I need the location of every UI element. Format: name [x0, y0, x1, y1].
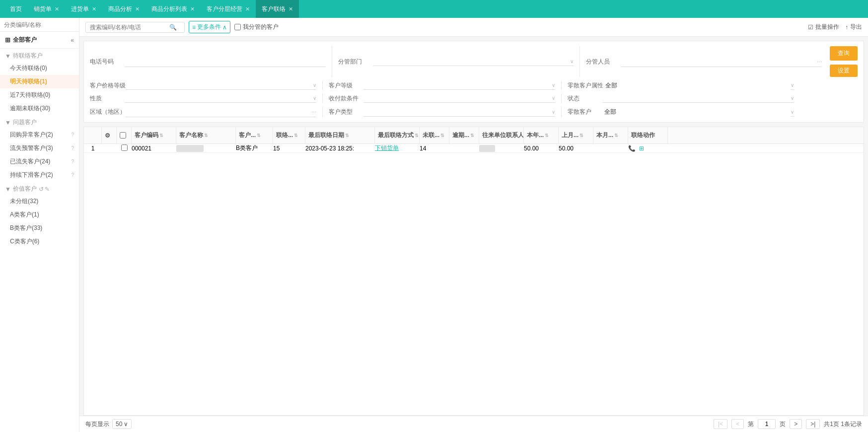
td-row-this-year: 50.00	[524, 145, 559, 152]
refresh-value-icon[interactable]: ↺	[39, 186, 44, 193]
th-level: 客户... ⇅	[236, 127, 273, 144]
th-num	[84, 127, 102, 144]
td-row-name: Ea	[176, 145, 236, 152]
th-checkbox[interactable]	[117, 127, 132, 144]
sort-overdue-icon[interactable]: ⇅	[470, 133, 474, 138]
filter-row-2: 客户价格等级 ∨ 客户等级 ∨ 零散客户属性 全部	[90, 81, 858, 90]
main-search-input[interactable]	[90, 24, 169, 31]
table-scroll-container[interactable]: ⚙ 客户编码 ⇅ 客户名称 ⇅ 客户... ⇅ 联络..	[84, 127, 864, 415]
nav-product-analysis[interactable]: 商品分析 ✕	[102, 0, 145, 18]
prev-page-button[interactable]: <	[731, 419, 744, 429]
th-settings[interactable]: ⚙	[102, 127, 117, 144]
page-number-input[interactable]	[758, 419, 776, 429]
query-button[interactable]: 查询	[830, 46, 858, 61]
close-customer-stratification-icon[interactable]: ✕	[245, 6, 250, 12]
sort-code-icon[interactable]: ⇅	[159, 133, 163, 138]
filter-region-select[interactable]: ···	[126, 107, 316, 117]
export-button[interactable]: ↑ 导出	[845, 23, 862, 31]
th-uncontact: 未联... ⇅	[420, 127, 449, 144]
filter-manager-select[interactable]: ···	[621, 57, 822, 67]
sidebar-item-churn-warning[interactable]: 流失预警客户(3) ?	[0, 142, 79, 155]
sort-level-icon[interactable]: ⇅	[257, 133, 261, 138]
filter-price-level-select[interactable]: ∨	[126, 81, 316, 90]
sidebar-item-today-contact[interactable]: 今天待联络(0)	[0, 62, 79, 75]
td-row-action: 📞 ⊞	[628, 145, 668, 152]
sort-last-month-icon[interactable]: ⇅	[579, 133, 583, 138]
more-filters-button[interactable]: ≡ 更多条件 ∧	[189, 21, 230, 33]
action-more-icon[interactable]: ⊞	[639, 145, 644, 152]
filter-customer-level: 客户等级 ∨	[329, 81, 555, 90]
nav-home[interactable]: 首页	[4, 0, 28, 18]
settings-button[interactable]: 设置	[830, 65, 858, 77]
sidebar-item-ungrouped[interactable]: 未分组(32)	[0, 195, 79, 208]
sort-contact-icon[interactable]: ⇅	[294, 133, 298, 138]
close-product-analysis-icon[interactable]: ✕	[135, 6, 140, 12]
filter-customer-type-label: 客户类型	[329, 108, 363, 116]
sidebar-item-churned[interactable]: 已流失客户(24) ?	[0, 155, 79, 168]
sidebar-collapse-icon[interactable]: «	[71, 37, 74, 44]
close-product-analysis-list-icon[interactable]: ✕	[190, 6, 195, 12]
help-icon-churn-warning: ?	[71, 145, 74, 151]
my-customers-checkbox[interactable]	[234, 24, 241, 30]
chevron-down-page-size-icon: ∨	[124, 421, 128, 428]
sidebar-item-tomorrow-contact[interactable]: 明天待联络(1)	[0, 75, 79, 88]
nav-product-analysis-list[interactable]: 商品分析列表 ✕	[145, 0, 201, 18]
filter-nature-select[interactable]: ∨	[125, 94, 316, 103]
td-row-checkbox[interactable]	[117, 144, 132, 152]
th-last-date: 最后联络日期 ⇅	[305, 127, 375, 144]
sidebar-all-customers[interactable]: ⊞ 全部客户 «	[0, 32, 79, 49]
first-page-button[interactable]: |<	[714, 419, 727, 429]
sidebar-item-7days-contact[interactable]: 近7天待联络(0)	[0, 88, 79, 102]
sort-last-date-icon[interactable]: ⇅	[345, 133, 349, 138]
filter-phone: 电话号码	[90, 57, 326, 67]
sidebar-item-class-b[interactable]: B类客户(33)	[0, 221, 79, 235]
filter-retail-attr-select[interactable]: ∨	[791, 81, 794, 90]
next-page-button[interactable]: >	[790, 419, 802, 429]
sidebar-search-input[interactable]	[4, 21, 78, 28]
filter-dept-select[interactable]: ∨	[373, 57, 574, 66]
nav-purchase-order[interactable]: 进货单 ✕	[65, 0, 102, 18]
td-row-last-method[interactable]: 下销货单	[375, 144, 420, 152]
row-checkbox[interactable]	[121, 144, 128, 151]
filter-phone-input[interactable]	[125, 57, 326, 67]
chevron-down-customer-level-icon: ∨	[552, 82, 555, 88]
filter-icon: ≡	[192, 24, 196, 31]
filter-customer-level-select[interactable]: ∨	[363, 81, 555, 90]
sort-name-icon[interactable]: ⇅	[204, 133, 208, 138]
sidebar-item-overdue-contact[interactable]: 逾期未联络(30)	[0, 102, 79, 115]
last-page-button[interactable]: >|	[806, 419, 820, 429]
filter-status-label: 状态	[568, 94, 602, 103]
filter-customer-type-select[interactable]: ∨	[363, 108, 555, 117]
page-size-select[interactable]: 50 ∨	[112, 419, 132, 429]
sort-uncontact-icon[interactable]: ⇅	[440, 133, 444, 138]
filter-payment-terms-select[interactable]: ∨	[363, 94, 555, 103]
close-customer-contact-icon[interactable]: ✕	[289, 6, 293, 12]
select-all-checkbox[interactable]	[120, 132, 126, 139]
sort-this-month-icon[interactable]: ⇅	[614, 133, 618, 138]
edit-value-icon[interactable]: ✎	[45, 186, 50, 193]
td-row-last-date: 2023-05-23 18:25:	[305, 145, 375, 152]
grid-icon: ⊞	[5, 36, 10, 44]
filter-retail-attr: 零散客户属性 全部 ∨	[568, 81, 794, 90]
close-sales-order-icon[interactable]: ✕	[55, 6, 59, 12]
filter-status-select[interactable]: ∨	[602, 94, 794, 103]
sidebar-item-declining[interactable]: 持续下滑客户(2) ?	[0, 168, 79, 182]
nav-customer-contact[interactable]: 客户联络 ✕	[256, 0, 299, 18]
nav-sales-order[interactable]: 销货单 ✕	[28, 0, 65, 18]
nav-customer-stratification[interactable]: 客户分层经营 ✕	[201, 0, 256, 18]
sidebar-item-repurchase-anomaly[interactable]: 回购异常客户(2) ?	[0, 128, 79, 142]
sort-this-year-icon[interactable]: ⇅	[545, 133, 549, 138]
table-header-row: ⚙ 客户编码 ⇅ 客户名称 ⇅ 客户... ⇅ 联络..	[84, 127, 864, 144]
filter-retail-customer-select[interactable]: ∨	[791, 108, 794, 117]
td-row-code: 000021	[132, 145, 176, 152]
filter-dept-label: 分管部门	[338, 58, 373, 66]
sort-last-method-icon[interactable]: ⇅	[415, 133, 419, 138]
batch-operation-button[interactable]: ☑ 批量操作	[808, 23, 839, 31]
sidebar-item-class-a[interactable]: A类客户(1)	[0, 208, 79, 221]
sidebar: 🔍 ⊞ 全部客户 « ▼ 待联络客户 今天待联络(0) 明天待联络(1) 近7天…	[0, 18, 79, 432]
close-purchase-order-icon[interactable]: ✕	[92, 6, 96, 12]
sidebar-item-class-c[interactable]: C类客户(6)	[0, 235, 79, 248]
last-method-link[interactable]: 下销货单	[375, 144, 399, 151]
my-customers-checkbox-label[interactable]: 我分管的客户	[234, 23, 279, 31]
action-call-icon[interactable]: 📞	[628, 145, 636, 152]
